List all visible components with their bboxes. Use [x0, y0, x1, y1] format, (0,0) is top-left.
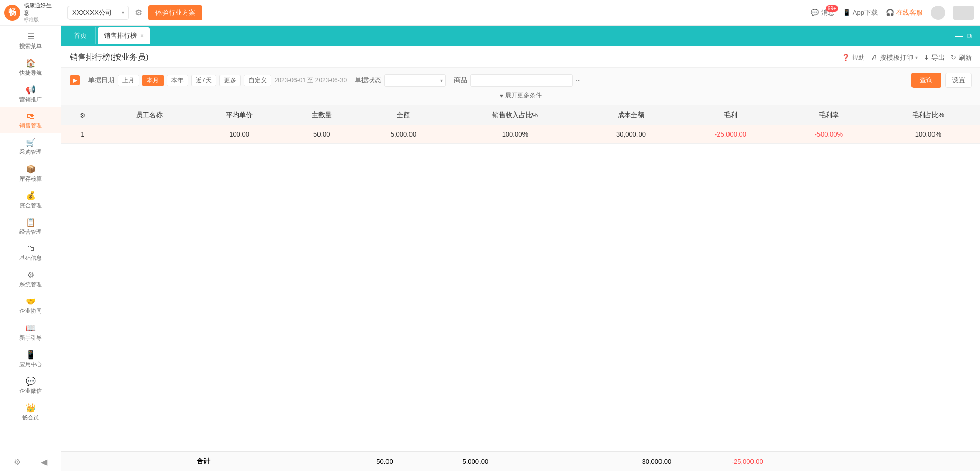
sidebar-label-purchase: 采购管理	[19, 148, 42, 156]
date-more-btn[interactable]: 更多	[219, 75, 241, 86]
purchase-icon: 🛒	[26, 138, 36, 147]
tab-home[interactable]: 首页	[65, 27, 96, 44]
app-download-label: App下载	[853, 8, 878, 17]
goods-more-icon[interactable]: ···	[576, 77, 581, 84]
goods-input[interactable]	[470, 74, 573, 87]
user-name-block[interactable]	[953, 6, 974, 20]
sidebar-item-marketing[interactable]: 📢营销推广	[0, 81, 61, 107]
page-title: 销售排行榜(按业务员)	[70, 52, 149, 63]
date-filter-label: 单据日期	[88, 76, 115, 85]
sidebar-item-basic[interactable]: 🗂基础信息	[0, 240, 61, 266]
print-button[interactable]: 🖨 按模板打印 ▾	[871, 53, 918, 62]
sidebar-item-member[interactable]: 👑畅会员	[0, 399, 61, 425]
sidebar-item-nav[interactable]: 🏠快捷导航	[0, 54, 61, 81]
table-footer: 合计50.005,000.0030,000.00-25,000.00	[61, 451, 980, 471]
cell-0-3: 50.00	[284, 125, 359, 144]
marketing-icon: 📢	[26, 85, 36, 95]
app-download-button[interactable]: 📱 App下载	[842, 8, 878, 17]
company-selector[interactable]: XXXXXX公司 ▾	[67, 6, 129, 20]
basic-icon: 🗂	[27, 244, 35, 253]
footer-cell-1: 合计	[158, 457, 248, 466]
online-service-button[interactable]: 🎧 在线客服	[886, 8, 923, 17]
sidebar-item-system[interactable]: ⚙系统管理	[0, 266, 61, 293]
sidebar-label-system: 系统管理	[19, 281, 42, 288]
logo-sub: 标准版	[24, 16, 57, 24]
wechat-icon: 💬	[26, 376, 36, 386]
expand-label: 展开更多条件	[505, 91, 542, 100]
cell-0-0: 1	[61, 125, 104, 144]
date-this-month-btn[interactable]: 本月	[142, 75, 164, 86]
message-button[interactable]: 💬 消息 99+	[811, 8, 834, 17]
date-recent7-btn[interactable]: 近7天	[191, 75, 216, 86]
restore-icon[interactable]: ⧉	[967, 32, 972, 40]
message-badge: 99+	[826, 5, 838, 12]
sidebar-label-marketing: 营销推广	[19, 96, 42, 103]
minimize-icon[interactable]: —	[955, 32, 963, 40]
cell-0-1	[104, 125, 194, 144]
date-prev-month-btn[interactable]: 上月	[118, 75, 139, 86]
user-avatar[interactable]	[931, 6, 945, 20]
sidebar-label-finance: 资金管理	[19, 201, 42, 209]
col-header-8: 毛利率	[782, 105, 876, 125]
topbar-right: 💬 消息 99+ 📱 App下载 🎧 在线客服	[811, 6, 974, 20]
sidebar-item-appstore[interactable]: 📱应用中心	[0, 346, 61, 372]
filter-status: 单据状态 ▾	[355, 74, 446, 87]
settings-icon[interactable]: ⚙	[14, 457, 21, 467]
refresh-label: 刷新	[959, 53, 972, 62]
help-icon: ❓	[841, 54, 850, 61]
cell-0-7: -25,000.00	[679, 125, 782, 144]
tab-sales-ranking[interactable]: 销售排行榜 ×	[98, 27, 150, 44]
status-select[interactable]	[384, 74, 446, 87]
sidebar-label-guide: 新手引导	[19, 334, 42, 342]
page-header: 销售排行榜(按业务员) ❓ 帮助 🖨 按模板打印 ▾ ⬇ 导出 ↻ 刷新	[61, 46, 980, 68]
settings-button[interactable]: 设置	[945, 73, 972, 88]
refresh-button[interactable]: ↻ 刷新	[951, 53, 972, 62]
query-button[interactable]: 查询	[911, 73, 941, 88]
filter-toggle-button[interactable]: ▶	[70, 75, 80, 85]
logo-text-block: 畅康通好生意 标准版	[24, 2, 57, 24]
guide-icon: 📖	[26, 323, 36, 333]
message-icon: 💬	[811, 9, 819, 16]
status-filter-label: 单据状态	[355, 76, 381, 85]
sidebar: 畅 畅康通好生意 标准版 ☰搜索菜单🏠快捷导航📢营销推广🛍销售管理🛒采购管理📦库…	[0, 0, 61, 471]
cell-0-2: 100.00	[194, 125, 284, 144]
sidebar-item-search[interactable]: ☰搜索菜单	[0, 28, 61, 54]
nav-icon: 🏠	[26, 58, 36, 68]
col-header-0: ⚙	[61, 105, 104, 125]
date-this-year-btn[interactable]: 本年	[167, 75, 188, 86]
col-header-6: 成本全额	[582, 105, 679, 125]
col-header-4: 全额	[359, 105, 447, 125]
logo-icon: 畅	[4, 5, 20, 21]
sidebar-item-inventory[interactable]: 📦库存核算	[0, 160, 61, 187]
tabbar: 首页 销售排行榜 × — ⧉	[61, 26, 980, 46]
system-icon: ⚙	[27, 270, 34, 280]
mobile-icon: 📱	[842, 9, 851, 16]
sales-icon: 🛍	[27, 111, 35, 121]
settings-col-icon[interactable]: ⚙	[80, 111, 86, 119]
sidebar-bottom: ⚙ ◀	[0, 453, 61, 471]
sidebar-label-nav: 快捷导航	[19, 69, 42, 77]
sidebar-item-operation[interactable]: 📋经营管理	[0, 213, 61, 240]
sidebar-logo: 畅 畅康通好生意 标准版	[0, 0, 61, 26]
date-custom-btn[interactable]: 自定义	[244, 75, 271, 86]
sidebar-item-finance[interactable]: 💰资金管理	[0, 187, 61, 213]
export-label: 导出	[931, 53, 945, 62]
gear-icon[interactable]: ⚙	[133, 6, 144, 19]
help-button[interactable]: ❓ 帮助	[841, 53, 865, 62]
sidebar-item-purchase[interactable]: 🛒采购管理	[0, 133, 61, 160]
member-icon: 👑	[26, 403, 36, 413]
print-label: 按模板打印	[880, 53, 913, 62]
tab-close-icon[interactable]: ×	[140, 32, 144, 39]
sidebar-item-collab[interactable]: 🤝企业协同	[0, 293, 61, 319]
trial-button[interactable]: 体验行业方案	[148, 5, 202, 20]
collapse-icon[interactable]: ◀	[41, 457, 47, 467]
export-button[interactable]: ⬇ 导出	[924, 53, 945, 62]
page-content: 销售排行榜(按业务员) ❓ 帮助 🖨 按模板打印 ▾ ⬇ 导出 ↻ 刷新	[61, 46, 980, 471]
expand-more-conditions[interactable]: ▾ 展开更多条件	[70, 91, 972, 100]
sidebar-item-sales[interactable]: 🛍销售管理	[0, 107, 61, 133]
page-actions: ❓ 帮助 🖨 按模板打印 ▾ ⬇ 导出 ↻ 刷新	[841, 53, 972, 62]
sidebar-item-wechat[interactable]: 💬企业微信	[0, 372, 61, 399]
sidebar-label-wechat: 企业微信	[19, 387, 42, 395]
sidebar-item-guide[interactable]: 📖新手引导	[0, 319, 61, 346]
col-header-5: 销售收入占比%	[448, 105, 583, 125]
